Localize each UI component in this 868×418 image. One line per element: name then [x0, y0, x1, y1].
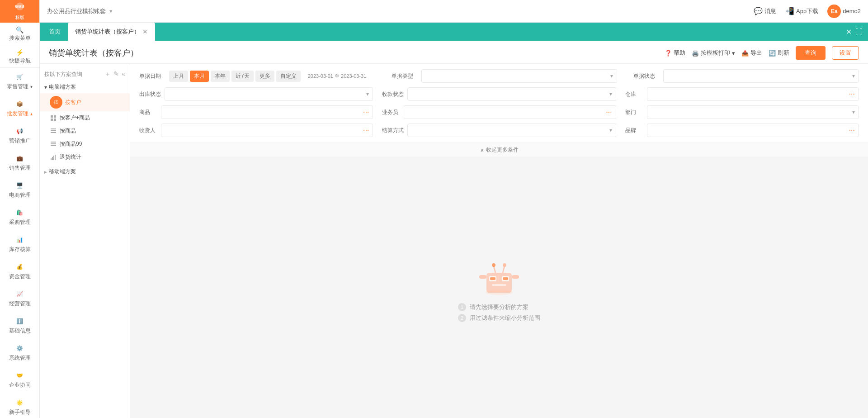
brand-select[interactable]: ··· [647, 124, 859, 137]
refresh-btn[interactable]: 🔄 刷新 [769, 49, 789, 57]
message-icon: 💬 [754, 7, 763, 15]
chevron-down-icon: ▾ [610, 73, 613, 79]
edit-scheme-btn[interactable]: ✎ [113, 70, 119, 78]
filter-area: 单据日期 上月 本月 本年 近7天 更多 自定义 2023-03-01 至 20… [130, 64, 868, 143]
svg-rect-22 [492, 284, 506, 286]
help-btn[interactable]: ❓ 帮助 [665, 49, 685, 57]
salesperson-select[interactable]: ··· [404, 105, 616, 119]
date-btn-last-7-days[interactable]: 近7天 [231, 71, 254, 82]
scheme-item-by-customer[interactable]: 按 按客户 [40, 93, 130, 111]
sidebar-item-marketing[interactable]: 📢 营销推广 [0, 122, 39, 149]
date-btn-this-month[interactable]: 本月 [190, 71, 209, 82]
svg-rect-12 [51, 158, 52, 160]
order-status-chevron-icon: ▾ [852, 73, 855, 79]
tab-close-all-btn[interactable]: ✕ [846, 28, 852, 36]
sidebar-item-search[interactable]: 🔍 搜索菜单 [0, 23, 39, 46]
sidebar-item-wholesale[interactable]: 📦 批发管理 ▴ [0, 95, 39, 122]
add-scheme-btn[interactable]: ＋ [104, 70, 111, 78]
svg-rect-8 [51, 132, 56, 133]
print-icon: 🖨️ [692, 50, 699, 57]
sidebar-item-newbie[interactable]: 🌟 新手引导 [0, 394, 39, 418]
top-header: 办公用品行业模拟账套 ▾ 💬 消息 📲 App下载 Ea demo2 [40, 0, 868, 23]
settlement-select[interactable]: ▾ [407, 124, 616, 137]
page-header: 销货单统计表（按客户） ❓ 帮助 🖨️ 按模板打印 ▾ 📤 导出 🔄 刷新 [40, 41, 868, 64]
sidebar-item-retail[interactable]: 🛒 零售管理 ▾ [0, 68, 39, 95]
scheme-item-return-stats[interactable]: 退货统计 [40, 151, 130, 164]
retail-arrow: ▾ [30, 84, 33, 89]
settings-btn[interactable]: 设置 [832, 46, 859, 60]
panel-header-actions: ＋ ✎ « [104, 70, 125, 78]
goods-select[interactable]: ··· [161, 105, 373, 119]
date-filter-label: 单据日期 [139, 72, 162, 80]
message-btn[interactable]: 💬 消息 [754, 7, 776, 15]
tab-maximize-btn[interactable]: ⛶ [855, 28, 863, 36]
collapse-bar[interactable]: ∧ 收起更多条件 [130, 143, 868, 157]
scheme-item-by-customer-goods[interactable]: 按客户+商品 [40, 111, 130, 124]
scheme-group-mobile-header[interactable]: ▸ 移动端方案 [40, 166, 130, 178]
receipt-status-cell: 收款状态 ▾ [382, 87, 616, 101]
scheme-group-pc-label: 电脑端方案 [49, 83, 76, 91]
by-customer-active-icon: 按 [50, 96, 62, 109]
scheme-group-mobile: ▸ 移动端方案 [40, 166, 130, 178]
date-btn-custom[interactable]: 自定义 [276, 71, 301, 82]
sidebar-item-ecommerce[interactable]: 🖥️ 电商管理 [0, 176, 39, 204]
left-panel: 按以下方案查询 ＋ ✎ « ▾ 电脑端方案 按 按客户 [40, 64, 130, 418]
svg-rect-17 [486, 273, 512, 293]
receiver-dots-icon: ··· [363, 126, 369, 134]
order-type-select[interactable]: ▾ [421, 69, 617, 83]
template-print-btn[interactable]: 🖨️ 按模板打印 ▾ [692, 49, 735, 57]
department-select[interactable]: ▾ [647, 105, 859, 119]
workspace: 按以下方案查询 ＋ ✎ « ▾ 电脑端方案 按 按客户 [40, 64, 868, 418]
export-btn[interactable]: 📤 导出 [741, 49, 762, 57]
warehouse-label: 仓库 [625, 90, 643, 98]
industry-dropdown-btn[interactable]: ▾ [109, 8, 113, 14]
svg-rect-3 [54, 115, 56, 118]
app-download-btn[interactable]: 📲 App下载 [785, 7, 818, 15]
date-btn-this-year[interactable]: 本年 [211, 71, 230, 82]
scheme-item-by-goods[interactable]: 按商品 [40, 124, 130, 138]
settlement-chevron-icon: ▾ [609, 127, 612, 133]
svg-rect-4 [51, 119, 53, 121]
sidebar-item-finance[interactable]: 💰 资金管理 [0, 258, 39, 285]
header-right: 💬 消息 📲 App下载 Ea demo2 [754, 5, 861, 18]
sidebar-item-inventory[interactable]: 📊 库存核算 [0, 231, 39, 258]
inventory-icon: 📊 [15, 235, 24, 244]
svg-rect-20 [490, 277, 495, 280]
settlement-label: 结算方式 [382, 127, 404, 134]
collapse-panel-btn[interactable]: « [122, 70, 125, 78]
user-profile-btn[interactable]: Ea demo2 [827, 5, 861, 18]
tab-sales-stat[interactable]: 销货单统计表（按客户） ✕ [68, 23, 155, 41]
hint-num-1: 1 [458, 303, 466, 311]
scheme-group-pc-header[interactable]: ▾ 电脑端方案 [40, 81, 130, 93]
sidebar: 畅捷通 标版 🔍 搜索菜单 ⚡ 快捷导航 🛒 零售管理 ▾ 📦 批发管理 ▴ 📢… [0, 0, 40, 418]
receipt-status-label: 收款状态 [382, 90, 404, 98]
tab-home[interactable]: 首页 [42, 23, 68, 41]
date-btn-more[interactable]: 更多 [255, 71, 274, 82]
sidebar-item-system[interactable]: ⚙️ 系统管理 [0, 339, 39, 366]
warehouse-select[interactable]: ··· [647, 87, 859, 101]
sidebar-item-basic[interactable]: ℹ️ 基础信息 [0, 312, 39, 339]
receipt-status-select[interactable]: ▾ [407, 87, 616, 101]
by-goods-99-icon [50, 141, 57, 148]
order-status-select[interactable]: ▾ [663, 69, 859, 83]
tab-close-btn[interactable]: ✕ [142, 28, 148, 35]
query-btn[interactable]: 查询 [796, 46, 826, 60]
sidebar-item-enterprise[interactable]: 🤝 企业协同 [0, 366, 39, 394]
sidebar-item-quick-nav[interactable]: ⚡ 快捷导航 [0, 46, 39, 68]
print-dropdown-icon: ▾ [732, 50, 735, 57]
goods-cell: 商品 ··· [139, 105, 373, 119]
out-status-select[interactable]: ▾ [165, 87, 373, 101]
sidebar-item-operation[interactable]: 📈 经营管理 [0, 285, 39, 312]
receiver-select[interactable]: ··· [161, 124, 373, 137]
empty-hint-2: 2 用过滤条件来缩小分析范围 [458, 314, 540, 322]
svg-rect-13 [52, 157, 53, 160]
date-btn-last-month[interactable]: 上月 [169, 71, 188, 82]
svg-line-23 [494, 266, 495, 273]
svg-line-25 [503, 266, 505, 273]
warehouse-cell: 仓库 ··· [625, 87, 859, 101]
svg-rect-6 [51, 128, 56, 129]
scheme-item-by-goods-99[interactable]: 按商品99 [40, 138, 130, 151]
sidebar-item-sales[interactable]: 💼 销售管理 [0, 149, 39, 176]
export-icon: 📤 [741, 50, 749, 57]
sidebar-item-purchase[interactable]: 🛍️ 采购管理 [0, 204, 39, 231]
